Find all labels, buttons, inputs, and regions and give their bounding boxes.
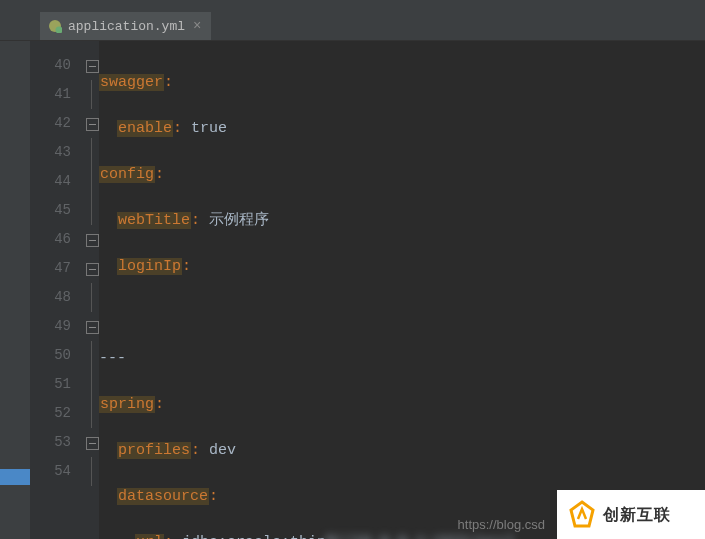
line-number: 48 <box>30 283 85 312</box>
window-titlebar <box>0 0 705 12</box>
code-line: --- <box>99 344 705 373</box>
close-icon[interactable]: × <box>191 18 203 34</box>
code-line: loginIp: <box>99 252 705 281</box>
fold-gutter <box>85 41 99 539</box>
fold-toggle-icon[interactable] <box>86 118 99 131</box>
line-number: 44 <box>30 167 85 196</box>
line-number: 41 <box>30 80 85 109</box>
line-number: 45 <box>30 196 85 225</box>
line-number: 53 <box>30 428 85 457</box>
tab-label: application.yml <box>68 19 185 34</box>
line-number: 52 <box>30 399 85 428</box>
line-number: 54 <box>30 457 85 486</box>
code-editor[interactable]: 40 41 42 43 44 45 46 47 48 49 50 51 52 5… <box>0 41 705 539</box>
tab-application-yml[interactable]: application.yml × <box>40 12 211 40</box>
line-number: 42 <box>30 109 85 138</box>
fold-toggle-icon[interactable] <box>86 60 99 73</box>
code-line: swagger: <box>99 68 705 97</box>
code-line <box>99 298 705 327</box>
line-number: 49 <box>30 312 85 341</box>
left-marker-stripe <box>0 41 30 539</box>
line-number: 46 <box>30 225 85 254</box>
line-number: 50 <box>30 341 85 370</box>
line-number: 51 <box>30 370 85 399</box>
fold-toggle-icon[interactable] <box>86 263 99 276</box>
brand-text: 创新互联 <box>603 505 671 526</box>
fold-toggle-icon[interactable] <box>86 437 99 450</box>
code-line: enable: true <box>99 114 705 143</box>
line-number: 40 <box>30 51 85 80</box>
brand-logo-icon <box>567 500 597 530</box>
line-number: 43 <box>30 138 85 167</box>
line-number-gutter: 40 41 42 43 44 45 46 47 48 49 50 51 52 5… <box>30 41 85 539</box>
code-line: config: <box>99 160 705 189</box>
code-line: spring: <box>99 390 705 419</box>
code-area[interactable]: swagger: enable: true config: webTitle: … <box>99 41 705 539</box>
code-line: webTitle: 示例程序 <box>99 206 705 235</box>
line-number: 47 <box>30 254 85 283</box>
watermark-text: https://blog.csd <box>458 517 545 532</box>
fold-toggle-icon[interactable] <box>86 321 99 334</box>
editor-tabs: application.yml × <box>0 12 705 41</box>
fold-toggle-icon[interactable] <box>86 234 99 247</box>
code-line: profiles: dev <box>99 436 705 465</box>
yml-file-icon <box>48 19 62 33</box>
brand-badge: 创新互联 <box>557 490 705 539</box>
